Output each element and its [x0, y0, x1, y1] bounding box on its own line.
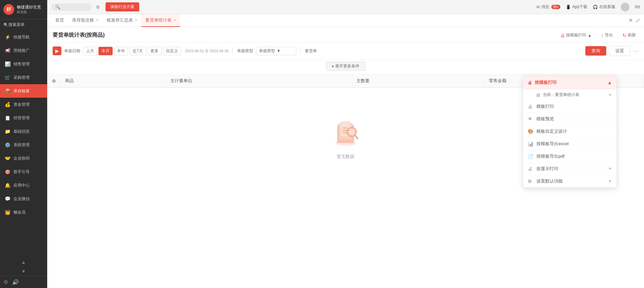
user-avatar[interactable]	[621, 3, 630, 11]
sidebar-item-operations[interactable]: 📋 经营管理	[0, 111, 47, 125]
settings-table-btn[interactable]: 设置	[609, 46, 631, 56]
refresh-icon: ↻	[622, 33, 626, 38]
dropdown-item-template-excel[interactable]: 📊 按模板导出excel	[523, 138, 617, 150]
tab-home[interactable]: 首页	[51, 14, 68, 27]
user-name: Rit	[635, 5, 640, 9]
template-pdf-icon: 📄	[528, 154, 533, 159]
col-settings[interactable]: ⚙	[47, 74, 61, 88]
settings-icon[interactable]: ⚙	[96, 4, 100, 10]
tab-bar-right: ✕ ⤢	[628, 17, 640, 24]
sidebar-item-wechat[interactable]: 💬 企业微信	[0, 192, 47, 205]
export-icon: ↑	[601, 33, 604, 38]
app-download-btn[interactable]: 📱 App下载	[566, 4, 587, 10]
template-excel-icon: 📊	[528, 141, 533, 147]
date-btn-last-month[interactable]: 上月	[83, 47, 97, 55]
tab-batch[interactable]: 库存批次账 ×	[68, 14, 103, 27]
print-template-btn[interactable]: 🖨 按模板打印 ▲	[557, 31, 594, 39]
dropdown-item-template-preview[interactable]: 👁 模板预览	[523, 113, 617, 125]
sidebar-item-member[interactable]: 👑 畅会员	[0, 205, 47, 219]
main-area: 🔍 ⚙ 体验行业方案 ✉ 消息 99+ 📱 App下载 🎧 在线客服 Rit	[47, 0, 644, 288]
query-btn[interactable]: 查询	[585, 46, 606, 56]
tab-collection-close[interactable]: ×	[135, 18, 137, 23]
date-btn-custom[interactable]: 自定义	[163, 47, 181, 55]
sidebar-item-appstore[interactable]: 🔔 应用中心	[0, 179, 47, 192]
sidebar-item-marketing[interactable]: 📢 营销推广	[0, 44, 47, 57]
set-default-icon: ⚙	[528, 179, 533, 184]
current-template-icon: ▤	[536, 93, 540, 97]
page-header: 要货单统计表(按商品) 🖨 按模板打印 ▲ ↑ 导出 ↻ 刷新	[47, 27, 644, 42]
messages-badge: 99+	[551, 5, 560, 9]
page-content: 要货单统计表(按商品) 🖨 按模板打印 ▲ ↑ 导出 ↻ 刷新 ▶	[47, 27, 644, 288]
col-quantity: 主数量	[352, 74, 485, 88]
date-btn-7days[interactable]: 近7天	[129, 47, 146, 55]
display-print-arrow: ▼	[608, 166, 612, 171]
filter-divider2	[300, 47, 301, 54]
sidebar-item-sales[interactable]: 📊 销售管理	[0, 57, 47, 71]
sidebar-item-newbie[interactable]: 🎯 新手引导	[0, 165, 47, 179]
dropdown-section-display-print[interactable]: 🖨 按显示打印 ▼	[523, 163, 617, 175]
refresh-btn[interactable]: ↻ 刷新	[620, 31, 639, 39]
tab-order-stats[interactable]: 要货单统计表 ×	[141, 14, 180, 27]
filter-row2: ▾ 展开更多条件	[47, 60, 644, 74]
tab-maximize-icon[interactable]: ⤢	[636, 17, 640, 24]
top-bar: 🔍 ⚙ 体验行业方案 ✉ 消息 99+ 📱 App下载 🎧 在线客服 Rit	[47, 0, 644, 14]
app-logo-icon: 好	[3, 4, 14, 15]
messages-btn[interactable]: ✉ 消息 99+	[536, 4, 560, 10]
headset-icon: 🎧	[593, 5, 598, 9]
date-btn-this-year[interactable]: 本年	[114, 47, 128, 55]
dropdown-collapse-icon[interactable]: ▲	[607, 80, 612, 85]
tab-close-all-icon[interactable]: ✕	[628, 17, 633, 24]
printer-icon: 🖨	[560, 33, 565, 38]
top-bar-right: ✉ 消息 99+ 📱 App下载 🎧 在线客服 Rit	[536, 3, 640, 11]
sidebar-item-finance[interactable]: 💰 资金管理	[0, 98, 47, 111]
date-btn-more[interactable]: 更多	[147, 47, 162, 55]
dropdown-current-item[interactable]: ▤ 当前：要货单统计表 ▼	[523, 89, 617, 100]
dropdown-item-template-design[interactable]: 🎨 模板自定义设计	[523, 125, 617, 138]
tab-collection[interactable]: 收发存汇总表 ×	[103, 14, 141, 27]
more-actions-icon[interactable]: ⋯	[633, 48, 639, 54]
type-select[interactable]: 单据类型 ▼	[256, 47, 296, 55]
svg-line-6	[355, 135, 358, 139]
print-dropdown-icon: ▲	[588, 33, 592, 38]
filter-row: ▶ 单据日期 上月 本月 本年 近7天 更多 自定义 2023-06-01 至 …	[47, 42, 644, 60]
col-unit: 主计量单位	[166, 74, 352, 88]
dropdown-header[interactable]: 🖨 按模板打印 ▲	[523, 76, 617, 89]
dropdown-section-set-default[interactable]: ⚙ 设置默认功能 ▼	[523, 175, 617, 188]
date-btn-this-month[interactable]: 本月	[98, 47, 113, 55]
dropdown-item-template-print[interactable]: 🖨 模板打印	[523, 100, 617, 113]
app-logo-text: 畅捷通好生意 标准版	[17, 4, 41, 15]
sidebar-item-enterprise[interactable]: 🤝 企业协同	[0, 152, 47, 165]
sidebar-item-basic[interactable]: 📁 基础信息	[0, 125, 47, 138]
dropdown-item-template-pdf[interactable]: 📄 按模板导出pdf	[523, 150, 617, 163]
sidebar-settings-icon[interactable]: ⚙	[3, 279, 8, 285]
expand-more-btn[interactable]: ▾ 展开更多条件	[326, 62, 365, 71]
filter-divider	[233, 47, 233, 54]
sidebar-scroll-up[interactable]: ▲	[0, 258, 47, 267]
filter-toggle-btn[interactable]: ▶	[53, 46, 61, 55]
search-icon: 🔍	[3, 23, 8, 27]
page-actions: 🖨 按模板打印 ▲ ↑ 导出 ↻ 刷新	[557, 31, 639, 39]
global-search[interactable]: 🔍	[51, 3, 92, 11]
export-btn[interactable]: ↑ 导出	[598, 31, 616, 39]
print-header-icon: 🖨	[528, 80, 532, 85]
sidebar-item-system[interactable]: ⚙️ 系统管理	[0, 138, 47, 152]
sidebar-item-inventory[interactable]: 📦 库存核算	[0, 84, 47, 98]
sidebar-search-item[interactable]: 🔍 搜索菜单	[0, 19, 47, 30]
sidebar-nav: ⚡ 快捷导航 📢 营销推广 📊 销售管理 🛒 采购管理 📦 库存核算 💰 资金管…	[0, 30, 47, 258]
sidebar-logo: 好 畅捷通好生意 标准版	[0, 0, 47, 19]
sidebar-scroll-down[interactable]: ▼	[0, 267, 47, 276]
sidebar-item-shortcut[interactable]: ⚡ 快捷导航	[0, 30, 47, 44]
set-default-arrow: ▼	[608, 179, 612, 184]
industry-btn[interactable]: 体验行业方案	[106, 2, 139, 11]
print-dropdown-menu: 🖨 按模板打印 ▲ ▤ 当前：要货单统计表 ▼ 🖨 模板打印 👁 模板预览 🎨	[523, 76, 617, 188]
svg-point-5	[349, 129, 355, 135]
customer-service-btn[interactable]: 🎧 在线客服	[593, 4, 615, 10]
dropdown-header-left: 🖨 按模板打印	[528, 79, 557, 86]
tab-order-stats-close[interactable]: ×	[174, 18, 176, 23]
tab-batch-close[interactable]: ×	[96, 18, 98, 23]
sidebar-item-purchase[interactable]: 🛒 采购管理	[0, 71, 47, 84]
template-print-icon: 🖨	[528, 104, 533, 109]
top-bar-icons: ⚙	[96, 4, 100, 10]
app-download-icon: 📱	[566, 5, 571, 9]
sidebar-sound-icon[interactable]: 🔊	[12, 279, 19, 285]
